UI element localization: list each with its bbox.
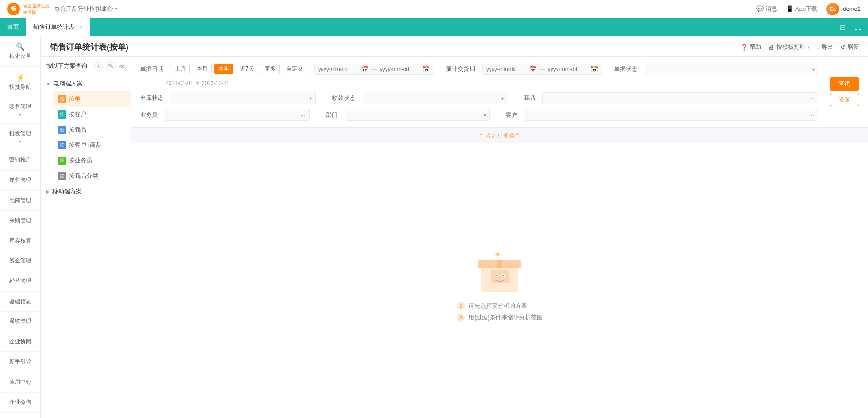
sidebar-item-search-menu[interactable]: 🔍 搜索菜单 <box>0 36 40 67</box>
sidebar-item-app-center[interactable]: 应用中心 <box>0 372 40 393</box>
tree-node-by-product[interactable]: 按 按商品 <box>53 122 131 138</box>
tree-parent-pc[interactable]: ▼ 电脑端方案 <box>41 76 131 91</box>
top-bar: 畅 畅捷通好生意 标准版 办公用品行业模拟账套 ▾ 💬 消息 📱 App下载 E… <box>0 0 868 18</box>
template-print-action[interactable]: 🖨 按模板打印 ▾ <box>769 43 810 51</box>
sidebar-wholesale-label: 批发管理 <box>9 130 31 138</box>
shipment-status-select-wrapper: ▾ <box>171 92 316 104</box>
sidebar-item-system-mgmt[interactable]: 系统管理 <box>0 312 40 332</box>
tree-node-by-customer-product[interactable]: 按 按客户+商品 <box>53 138 131 153</box>
shortcut-this-year[interactable]: 本年 <box>214 64 233 74</box>
query-button[interactable]: 查询 <box>830 77 859 91</box>
message-action[interactable]: 💬 消息 <box>756 5 777 13</box>
tree-node-by-salesperson-label: 按业务员 <box>69 157 92 165</box>
add-scheme-button[interactable]: + <box>93 61 103 71</box>
product-dots-icon[interactable]: ··· <box>809 95 814 102</box>
tree-node-by-customer[interactable]: 按 按客户 <box>53 107 131 122</box>
avatar: Ea <box>826 3 839 15</box>
sidebar-item-retail-mgmt[interactable]: 零售管理 ▼ <box>0 97 40 124</box>
user-area[interactable]: Ea demo2 <box>826 3 861 15</box>
shortcut-last-7-days[interactable]: 近7天 <box>236 64 258 74</box>
estimated-start-input[interactable] <box>486 66 526 72</box>
sidebar-item-wholesale-mgmt[interactable]: 批发管理 ▲ <box>0 124 40 151</box>
tree-node-by-order[interactable]: 按 按单 <box>53 91 131 107</box>
shortcut-custom[interactable]: 自定义 <box>283 64 307 74</box>
order-status-select[interactable] <box>645 63 818 75</box>
collapse-panel-button[interactable]: ≪ <box>118 62 125 70</box>
shortcut-more[interactable]: 更多 <box>261 64 280 74</box>
export-action[interactable]: ↓ 导出 <box>817 43 834 51</box>
date-end-input[interactable] <box>380 66 420 72</box>
shipment-status-label: 出库状态 <box>140 94 164 102</box>
right-panel: 单据日期 上月 本月 本年 近7天 更多 自定义 📅 — <box>131 57 868 418</box>
collapse-conditions-button[interactable]: ⌃ 收起更多条件 <box>131 128 868 143</box>
est-date-dash: — <box>539 66 545 72</box>
date-start-input[interactable] <box>318 66 358 72</box>
product-input-wrapper: ··· <box>542 92 818 104</box>
estimated-end-input[interactable] <box>548 66 588 72</box>
filter-section: 单据日期 上月 本月 本年 近7天 更多 自定义 📅 — <box>131 57 868 128</box>
tab-home-label: 首页 <box>7 23 19 31</box>
date-range-display: 2023-01-01 至 2023-12-31 <box>165 80 229 87</box>
calendar-start-icon[interactable]: 📅 <box>361 66 368 73</box>
set-button[interactable]: 设置 <box>830 94 859 106</box>
svg-text:✦: ✦ <box>494 250 501 259</box>
top-bar-left: 畅 畅捷通好生意 标准版 办公用品行业模拟账套 ▾ <box>7 3 117 15</box>
search-menu-icon: 🔍 <box>16 43 25 51</box>
app-download-action[interactable]: 📱 App下载 <box>786 5 817 13</box>
sidebar-item-sales-mgmt[interactable]: 销售管理 <box>0 171 40 191</box>
sidebar-item-operations-mgmt[interactable]: 经营管理 <box>0 271 40 292</box>
customer-dots-icon[interactable]: ··· <box>809 111 814 119</box>
order-status-label: 单据状态 <box>614 65 637 73</box>
filter-action-buttons: 查询 设置 <box>830 77 859 106</box>
tree-parent-mobile[interactable]: ▶ 移动端方案 <box>41 184 131 199</box>
shortcut-this-month[interactable]: 本月 <box>193 64 212 74</box>
sidebar-item-new-guide[interactable]: 新手引导 <box>0 352 40 372</box>
shortcut-last-month[interactable]: 上月 <box>171 64 190 74</box>
tree-node-by-product-category[interactable]: 按 按商品分类 <box>53 168 131 184</box>
date-range-display-row: 2023-01-01 至 2023-12-31 <box>140 80 859 87</box>
est-calendar-end-icon[interactable]: 📅 <box>590 66 598 73</box>
department-label: 部门 <box>326 111 338 119</box>
sidebar-item-quick-nav[interactable]: ⚡ 快捷导航 <box>0 67 40 98</box>
sidebar-sales-label: 销售管理 <box>9 177 31 184</box>
tree-node-by-customer-product-label: 按客户+商品 <box>69 141 102 149</box>
tab-minimize-button[interactable]: ⊟ <box>836 21 849 33</box>
sidebar-item-ecommerce-mgmt[interactable]: 电商管理 <box>0 191 40 211</box>
sidebar-item-purchase-mgmt[interactable]: 采购管理 <box>0 211 40 231</box>
sidebar-item-enterprise-wechat[interactable]: 企业微信 <box>0 393 40 413</box>
help-action[interactable]: ❓ 帮助 <box>741 43 761 51</box>
workspace-selector[interactable]: 办公用品行业模拟账套 ▾ <box>54 5 117 13</box>
sidebar-wechat-label: 企业微信 <box>9 399 31 406</box>
logo-icon: 畅 <box>7 3 20 15</box>
refresh-label: 刷新 <box>847 43 859 51</box>
tree-node-by-customer-label: 按客户 <box>69 110 86 119</box>
est-calendar-start-icon[interactable]: 📅 <box>529 66 537 73</box>
calendar-end-icon[interactable]: 📅 <box>422 66 430 73</box>
sidebar-item-basic-info[interactable]: 基础信息 <box>0 292 40 312</box>
export-label: 导出 <box>821 43 833 51</box>
sidebar-item-member[interactable]: 畅会员 <box>0 413 40 418</box>
tree-node-by-salesperson[interactable]: 按 按业务员 <box>53 153 131 168</box>
empty-illustration: ✦ ✧ ✦ <box>468 240 531 294</box>
salesperson-dots-icon[interactable]: ··· <box>300 111 306 119</box>
product-input[interactable] <box>547 95 809 101</box>
tab-active[interactable]: 销售订单统计表 × <box>26 18 90 36</box>
empty-hint-1: 1 请先选择要分析的方案 <box>457 302 542 310</box>
department-select[interactable] <box>345 109 490 121</box>
sidebar-item-marketing[interactable]: 营销推广 <box>0 150 40 171</box>
shipment-status-select[interactable] <box>171 92 316 104</box>
sidebar-item-inventory[interactable]: 库存核算 <box>0 231 40 252</box>
sidebar-newguide-label: 新手引导 <box>9 358 31 366</box>
edit-scheme-button[interactable]: ✎ <box>106 61 116 71</box>
tab-close-icon[interactable]: × <box>79 24 82 30</box>
sidebar-item-finance-mgmt[interactable]: 资金管理 <box>0 251 40 271</box>
sidebar-item-enterprise-coop[interactable]: 企业协同 <box>0 332 40 352</box>
refresh-action[interactable]: ↺ 刷新 <box>840 43 859 51</box>
tab-fullscreen-button[interactable]: ⛶ <box>852 21 864 33</box>
salesperson-input[interactable] <box>169 111 300 118</box>
template-print-label: 按模板打印 <box>776 43 806 51</box>
customer-input[interactable] <box>529 111 809 118</box>
tab-home[interactable]: 首页 <box>0 18 26 36</box>
payment-status-select[interactable] <box>363 92 507 104</box>
sidebar-item-quick-nav-label: 快捷导航 <box>9 84 31 91</box>
